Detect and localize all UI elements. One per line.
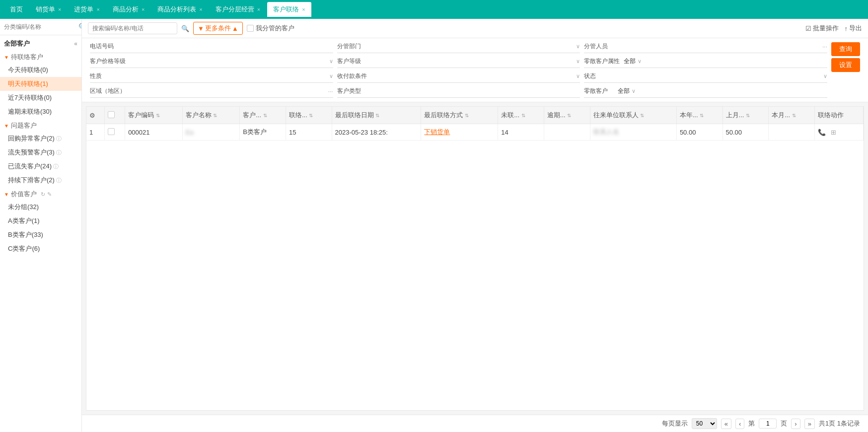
row-checkbox-box[interactable]: [108, 128, 115, 135]
info-icon-4[interactable]: ⓘ: [56, 177, 62, 184]
group-value-customers-label: 价值客户: [11, 190, 37, 199]
filter-customer-level-input[interactable]: [371, 58, 577, 65]
col-customer-type-col[interactable]: 客户... ⇅: [240, 107, 286, 124]
my-customers-label: 我分管的客户: [256, 24, 294, 33]
filter-status-input[interactable]: [618, 73, 823, 80]
next-page-button[interactable]: ›: [791, 419, 800, 429]
nav-home[interactable]: 首页: [4, 2, 29, 17]
value-customers-edit-icon[interactable]: ✎: [47, 191, 52, 198]
col-contact-count[interactable]: 联络... ⇅: [286, 107, 332, 124]
nav-product-analysis[interactable]: 商品分析 ×: [107, 2, 150, 17]
ungrouped-label: 未分组(32): [8, 203, 39, 212]
batch-op-label: 批量操作: [813, 24, 839, 33]
col-customer-code[interactable]: 客户编码 ⇅: [125, 107, 183, 124]
sidebar-item-overdue-contact[interactable]: 逾期未联络(30): [0, 105, 81, 119]
filter-phone-input[interactable]: [124, 43, 333, 50]
sidebar-item-declining[interactable]: 持续下滑客户(2) ⓘ: [0, 173, 81, 187]
filter-customer-level-chevron-icon[interactable]: ∨: [576, 58, 580, 65]
action-grid-icon[interactable]: ⊞: [831, 129, 836, 136]
filter-nature-chevron-icon[interactable]: ∨: [329, 73, 333, 79]
nav-customer-contact[interactable]: 客户联络 ×: [267, 2, 311, 17]
col-this-month[interactable]: 本月... ⇅: [769, 107, 815, 124]
nav-purchase-close-icon[interactable]: ×: [96, 6, 99, 12]
header-checkbox[interactable]: [108, 111, 115, 118]
col-last-contact-method[interactable]: 最后联络方式 ⇅: [421, 107, 498, 124]
filter-dept-chevron-icon[interactable]: ∨: [576, 43, 580, 50]
sidebar-item-repurchase-abnormal[interactable]: 回购异常客户(2) ⓘ: [0, 132, 81, 145]
all-customers-header[interactable]: 全部客户 «: [0, 35, 81, 50]
more-conditions-button[interactable]: ▼ 更多条件 ▲: [193, 22, 243, 35]
sidebar-item-churn-warning[interactable]: 流失预警客户(3) ⓘ: [0, 145, 81, 159]
nav-product-analysis-list-close-icon[interactable]: ×: [199, 6, 202, 12]
per-page-select[interactable]: 50 100 200: [692, 418, 717, 429]
filter-nature-input[interactable]: [124, 73, 329, 80]
value-customers-refresh-icon[interactable]: ↻: [41, 191, 45, 198]
filter-retail-customer-chevron-icon[interactable]: ∨: [632, 88, 636, 94]
nav-product-analysis-list[interactable]: 商品分析列表 ×: [151, 2, 208, 17]
col-last-month[interactable]: 上月... ⇅: [723, 107, 769, 124]
col-last-contact-date[interactable]: 最后联络日期 ⇅: [332, 107, 421, 124]
info-icon-3[interactable]: ⓘ: [53, 163, 59, 170]
col-customer-name[interactable]: 客户名称 ⇅: [182, 107, 240, 124]
filter-payment-input[interactable]: [371, 73, 577, 80]
batch-op-button[interactable]: ☑ 批量操作: [805, 24, 839, 33]
first-page-button[interactable]: «: [721, 419, 731, 429]
sidebar-item-class-a[interactable]: A类客户(1): [0, 214, 81, 228]
filter-region-input[interactable]: [130, 88, 328, 95]
filter-manager-input[interactable]: [618, 43, 822, 50]
info-icon-2[interactable]: ⓘ: [56, 149, 62, 156]
last-method-link[interactable]: 下销货单: [424, 128, 450, 136]
filter-price-level-chevron-icon[interactable]: ∨: [329, 58, 333, 65]
sidebar-search-container: 🔍: [0, 19, 81, 35]
row-last-method[interactable]: 下销货单: [421, 124, 498, 141]
nav-customer-contact-close-icon[interactable]: ×: [302, 6, 305, 12]
sidebar-collapse-icon[interactable]: «: [74, 40, 77, 47]
page-number-input[interactable]: [759, 419, 777, 429]
sidebar-item-class-c[interactable]: C类客户(6): [0, 242, 81, 256]
action-call-icon[interactable]: 📞: [818, 129, 826, 136]
filter-manager-label: 分管人员: [584, 42, 614, 51]
prev-page-button[interactable]: ‹: [735, 419, 744, 429]
nav-sales[interactable]: 销货单 ×: [30, 2, 67, 17]
col-contact-person[interactable]: 往来单位联系人 ⇅: [590, 107, 676, 124]
sidebar-search-icon[interactable]: 🔍: [78, 23, 82, 31]
nav-sales-close-icon[interactable]: ×: [58, 6, 61, 12]
sidebar-item-today-contact[interactable]: 今天待联络(0): [0, 63, 81, 77]
toolbar-search-icon[interactable]: 🔍: [181, 25, 189, 32]
group-value-customers[interactable]: ▼ 价值客户 ↻ ✎: [0, 187, 81, 200]
col-uncontact[interactable]: 未联... ⇅: [498, 107, 544, 124]
sidebar-item-class-b[interactable]: B类客户(33): [0, 228, 81, 242]
sidebar-item-tomorrow-contact[interactable]: 明天待联络(1): [0, 77, 81, 91]
nav-customer-tiering[interactable]: 客户分层经营 ×: [210, 2, 266, 17]
my-customers-checkbox[interactable]: 我分管的客户: [247, 24, 294, 33]
filter-retail-attr-chevron-icon[interactable]: ∨: [638, 58, 642, 65]
filter-price-level-input[interactable]: [130, 58, 329, 65]
my-customers-checkbox-box[interactable]: [247, 25, 254, 32]
search-input[interactable]: [88, 22, 177, 34]
export-button[interactable]: ↑ 导出: [845, 24, 863, 33]
settings-button[interactable]: 设置: [831, 58, 860, 72]
filter-dept-input[interactable]: [371, 43, 577, 50]
query-button[interactable]: 查询: [831, 42, 860, 56]
filter-manager-ellipsis[interactable]: ···: [822, 43, 827, 50]
filter-customer-level-label: 客户等级: [337, 57, 367, 66]
last-page-button[interactable]: »: [804, 419, 815, 429]
filter-region-ellipsis[interactable]: ···: [328, 88, 333, 95]
group-problem-customers[interactable]: ▼ 问题客户: [0, 119, 81, 132]
col-this-year[interactable]: 本年... ⇅: [676, 107, 723, 124]
group-pending-contact[interactable]: ▼ 待联络客户: [0, 50, 81, 63]
info-icon-1[interactable]: ⓘ: [56, 135, 62, 143]
sidebar-item-7day-contact[interactable]: 近7天待联络(0): [0, 91, 81, 105]
sidebar-item-ungrouped[interactable]: 未分组(32): [0, 200, 81, 214]
filter-payment-chevron-icon[interactable]: ∨: [576, 73, 580, 79]
col-overdue[interactable]: 逾期... ⇅: [544, 107, 590, 124]
filter-status-chevron-icon[interactable]: ∨: [823, 73, 827, 79]
nav-purchase[interactable]: 进货单 ×: [68, 2, 105, 17]
sort-icon-uncontact: ⇅: [521, 113, 525, 118]
filter-customer-type-input[interactable]: [371, 88, 580, 95]
nav-product-analysis-close-icon[interactable]: ×: [142, 6, 145, 12]
sidebar-search-input[interactable]: [4, 23, 78, 30]
col-settings[interactable]: ⚙: [86, 107, 105, 124]
sidebar-item-churned[interactable]: 已流失客户(24) ⓘ: [0, 159, 81, 173]
nav-customer-tiering-close-icon[interactable]: ×: [257, 6, 260, 12]
